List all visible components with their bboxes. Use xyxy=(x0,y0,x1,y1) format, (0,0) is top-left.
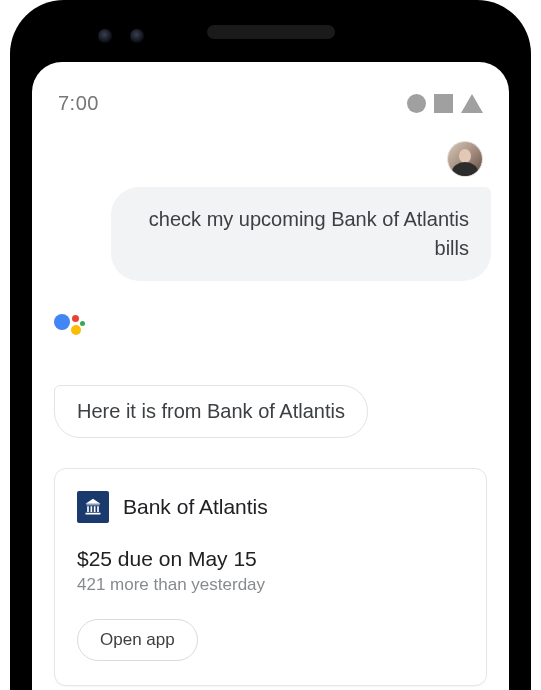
status-triangle-icon xyxy=(461,94,483,113)
open-app-button[interactable]: Open app xyxy=(77,619,198,661)
status-bar: 7:00 xyxy=(32,62,509,115)
card-primary-text: $25 due on May 15 xyxy=(77,547,464,571)
bank-icon xyxy=(77,491,109,523)
phone-frame: 7:00 check my upcoming Bank of Atlantis … xyxy=(10,0,531,690)
card-app-name: Bank of Atlantis xyxy=(123,495,268,519)
user-message-bubble: check my upcoming Bank of Atlantis bills xyxy=(111,187,491,281)
bill-card: Bank of Atlantis $25 due on May 15 421 m… xyxy=(54,468,487,686)
front-camera-icon xyxy=(98,29,112,43)
assistant-logo-icon xyxy=(54,309,88,343)
speaker-slit xyxy=(207,25,335,39)
status-square-icon xyxy=(434,94,453,113)
clock-time: 7:00 xyxy=(58,92,99,115)
status-circle-icon xyxy=(407,94,426,113)
system-icons xyxy=(407,94,483,113)
assistant-reply-bubble: Here it is from Bank of Atlantis xyxy=(54,385,368,438)
card-secondary-text: 421 more than yesterday xyxy=(77,575,464,595)
user-avatar[interactable] xyxy=(447,141,483,177)
front-sensor-icon xyxy=(130,29,144,43)
screen: 7:00 check my upcoming Bank of Atlantis … xyxy=(32,62,509,690)
